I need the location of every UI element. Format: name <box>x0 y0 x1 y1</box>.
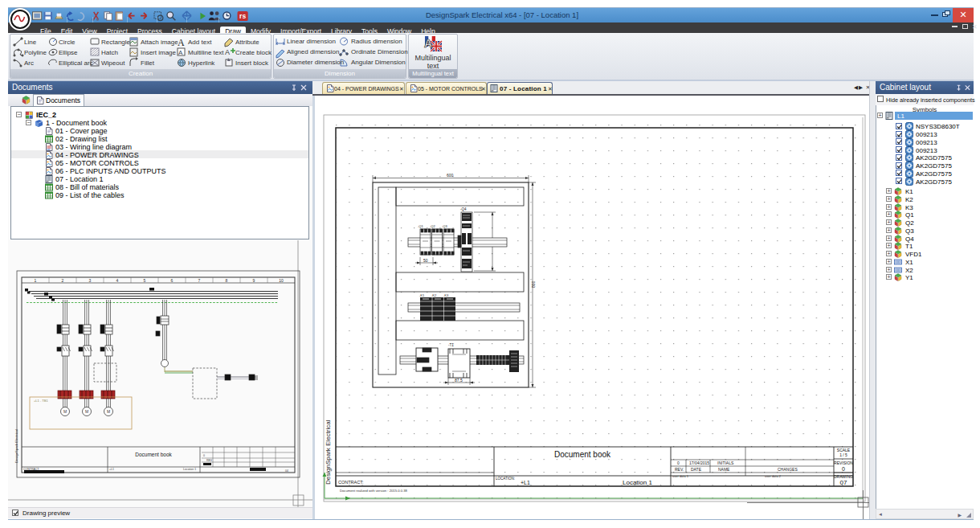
svg-text:DATE: DATE <box>691 467 702 472</box>
svg-text:600: 600 <box>447 173 454 178</box>
svg-text:+L1: +L1 <box>109 468 114 471</box>
svg-text:DesignSpark Electrical: DesignSpark Electrical <box>14 429 18 463</box>
svg-text:4: 4 <box>116 278 119 283</box>
svg-text:user data 1: user data 1 <box>672 474 689 478</box>
svg-text:A: A <box>178 37 185 48</box>
svg-text:0: 0 <box>842 466 845 472</box>
svg-text:rs: rs <box>239 12 246 20</box>
svg-text:+L1: +L1 <box>521 480 530 485</box>
svg-text:10: 10 <box>279 278 284 283</box>
svg-text:NAME: NAME <box>718 467 730 472</box>
svg-text:2: 2 <box>62 278 64 283</box>
svg-text:-K3: -K3 <box>443 293 449 297</box>
svg-text:0: 0 <box>203 454 205 457</box>
svg-text:-Q2: -Q2 <box>430 224 435 228</box>
svg-text:LOCATION:: LOCATION: <box>496 477 515 481</box>
svg-text:A: A <box>178 49 183 56</box>
svg-text:-Q4: -Q4 <box>460 207 467 211</box>
svg-text:REVISION: REVISION <box>834 460 853 465</box>
svg-text:-Q3: -Q3 <box>442 224 447 228</box>
svg-text:04: 04 <box>285 469 288 473</box>
svg-text:CONTRACT:: CONTRACT: <box>338 480 364 485</box>
svg-text:A: A <box>225 48 230 56</box>
svg-text:REV: REV <box>206 459 213 462</box>
svg-text:50: 50 <box>423 258 428 263</box>
svg-text:Location 1: Location 1 <box>183 468 196 471</box>
svg-text:1: 1 <box>35 278 37 283</box>
svg-text:7: 7 <box>198 278 201 283</box>
svg-text:6: 6 <box>171 278 174 283</box>
svg-text:-K2: -K2 <box>431 293 437 297</box>
svg-text:8: 8 <box>226 278 228 283</box>
svg-text:3: 3 <box>89 278 92 283</box>
svg-text:CHANGES: CHANGES <box>778 467 798 472</box>
svg-text:+L1 - TB1: +L1 - TB1 <box>34 399 48 403</box>
svg-text:A: A <box>424 37 432 50</box>
svg-text:user data 2: user data 2 <box>765 474 782 478</box>
svg-text:800: 800 <box>531 280 536 288</box>
svg-text:17/04/2015: 17/04/2015 <box>689 460 709 465</box>
svg-text:07: 07 <box>840 479 847 486</box>
svg-text:-K1: -K1 <box>419 293 425 297</box>
svg-text:1 / 5: 1 / 5 <box>839 452 847 457</box>
svg-text:9: 9 <box>253 278 255 283</box>
svg-text:0: 0 <box>677 460 680 465</box>
svg-text:Document book: Document book <box>135 452 172 457</box>
svg-text:M: M <box>63 409 67 414</box>
svg-text:Document realized with version: Document realized with version : 2015.0.… <box>340 489 407 493</box>
svg-text:Document book: Document book <box>554 450 611 459</box>
svg-text:5: 5 <box>144 278 146 283</box>
svg-text:-T1: -T1 <box>448 343 454 347</box>
svg-text:INITIALS: INITIALS <box>717 460 734 465</box>
svg-text:Location 1: Location 1 <box>623 479 652 486</box>
svg-text:REV.: REV. <box>675 467 684 472</box>
svg-text:-Q1: -Q1 <box>418 224 423 228</box>
